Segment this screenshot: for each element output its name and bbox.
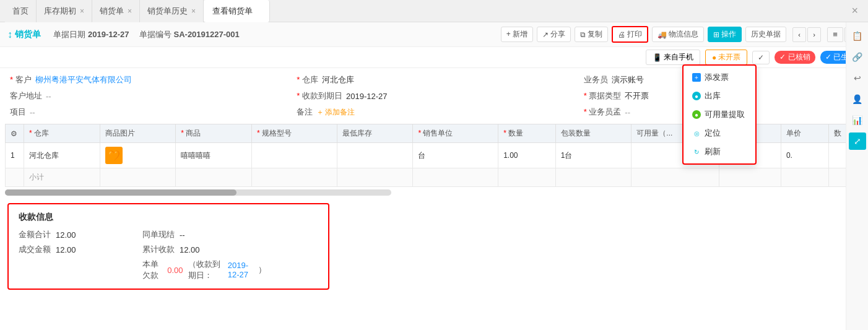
tab-inventory[interactable]: 库存期初 × — [37, 0, 92, 22]
available-qty-label: 可用量提取 — [705, 109, 745, 120]
payment-info: 收款信息 金额合计 12.00 同单现结 -- 成交金额 12.00 累计收款 … — [7, 203, 329, 290]
tab-sales-history-label: 销货单历史 — [147, 6, 188, 17]
project-row: 项目 -- — [10, 106, 284, 118]
history-button[interactable]: 历史单据 — [745, 27, 786, 42]
outbound-item[interactable]: ● 出库 — [684, 87, 755, 105]
position-item[interactable]: ◎ 定位 — [684, 124, 755, 142]
th-sales-unit: 销售单位 — [413, 124, 498, 143]
sidebar-copy-icon[interactable]: 📋 — [849, 27, 866, 45]
tab-home[interactable]: 首页 — [5, 0, 37, 22]
th-settings[interactable]: ⚙ — [6, 124, 24, 143]
same-order-label: 同单现结 — [142, 229, 175, 240]
sidebar-chart-icon[interactable]: 📊 — [849, 111, 866, 129]
th-spec: 规格型号 — [251, 124, 337, 143]
customer-value[interactable]: 柳州粤港平安气体有限公司 — [35, 74, 132, 85]
refresh-item[interactable]: ↻ 刷新 — [684, 142, 755, 161]
due-payment-date: 2019-12-27 — [228, 261, 253, 279]
available-qty-item[interactable]: ● 可用量提取 — [684, 105, 755, 124]
staff2-label: 业务员孟 — [584, 106, 622, 118]
cumulative-label: 累计收款 — [142, 244, 175, 255]
th-price: 单价 — [781, 124, 828, 143]
nav-arrows: ‹ › — [792, 27, 821, 42]
operate-button[interactable]: ⊞ 操作 — [708, 27, 742, 42]
row-product: 嘻嘻嘻嘻 — [176, 143, 252, 168]
tab-home-label: 首页 — [12, 6, 28, 17]
tab-sales-history[interactable]: 销货单历史 × — [140, 0, 204, 22]
row-spec — [251, 143, 337, 168]
available-qty-icon: ● — [692, 110, 701, 119]
deal-amount-value: 12.00 — [56, 245, 76, 254]
check-icon-button[interactable]: ✓ — [752, 51, 770, 64]
tab-view-sales[interactable]: 查看销货单 × — [204, 0, 270, 22]
not-open-button[interactable]: ● 未开票 — [705, 50, 747, 65]
sidebar-expand-icon[interactable]: ⤢ — [849, 132, 866, 150]
address-value: -- — [46, 92, 51, 101]
subtotal-label — [6, 168, 24, 187]
doc-actions: + 新增 ↗ 分享 ⧉ 复制 🖨 打印 🚚 物流信息 ⊞ 操作 历 — [501, 26, 861, 43]
th-min-stock: 最低库存 — [337, 124, 413, 143]
copy-button[interactable]: ⧉ 复制 — [575, 27, 608, 42]
cancelled-badge: ✓ 已核销 — [775, 51, 815, 64]
list-view-button[interactable]: ≡ — [827, 27, 843, 42]
print-button[interactable]: 🖨 打印 — [612, 26, 648, 43]
due-date-row: 收款到期日 2019-12-27 — [297, 90, 571, 102]
warehouse-value: 河北仓库 — [322, 74, 354, 85]
logistics-button[interactable]: 🚚 物流信息 — [652, 27, 704, 42]
row-warehouse: 河北仓库 — [24, 143, 100, 168]
payment-title: 收款信息 — [19, 212, 318, 223]
tab-sales-close[interactable]: × — [128, 7, 132, 15]
doc-meta: 单据日期 2019-12-27 单据编号 SA-20191227-001 — [53, 29, 240, 40]
tab-inventory-close[interactable]: × — [80, 7, 84, 15]
subtotal-warehouse: 小计 — [24, 168, 100, 187]
plus-icon: ＋ — [316, 107, 324, 118]
tab-bar: 首页 库存期初 × 销货单 × 销货单历史 × 查看销货单 × × — [0, 0, 868, 22]
th-product-img: 商品图片 — [100, 124, 176, 143]
remark-label: 备注 — [297, 106, 313, 118]
th-product: 商品 — [176, 124, 252, 143]
add-invoice-item[interactable]: + 添发票 — [684, 68, 755, 87]
prev-button[interactable]: ‹ — [792, 27, 806, 42]
row-sales-unit: 台 — [413, 143, 498, 168]
window-close-button[interactable]: × — [846, 4, 863, 17]
warehouse-row: 仓库 河北仓库 — [297, 74, 571, 85]
doc-title-text: 销货单 — [15, 29, 41, 40]
warehouse-label: 仓库 — [297, 74, 318, 85]
add-remark-button[interactable]: ＋ 添加备注 — [316, 107, 355, 118]
cumulative-value: 12.00 — [180, 245, 200, 254]
payment-grid: 金额合计 12.00 同单现结 -- 成交金额 12.00 累计收款 12.00… — [19, 229, 318, 281]
tab-view-sales-close[interactable]: × — [256, 7, 261, 15]
position-label: 定位 — [705, 128, 721, 139]
next-button[interactable]: › — [807, 27, 821, 42]
due-payment-value: 0.00 — [167, 266, 183, 275]
subtotal-price — [781, 168, 828, 187]
subtotal-unit — [413, 168, 498, 187]
scrollbar-thumb[interactable] — [5, 189, 237, 196]
subtotal-avail — [631, 168, 719, 187]
tab-sales[interactable]: 销货单 × — [92, 0, 140, 22]
doc-no-label: 单据编号 SA-20191227-001 — [139, 29, 240, 40]
subtotal-min — [337, 168, 413, 187]
sidebar-link-icon[interactable]: 🔗 — [849, 48, 866, 66]
ticket-type-value: 不开票 — [625, 90, 649, 102]
subtotal-spec — [251, 168, 337, 187]
address-label: 客户地址 — [10, 90, 42, 102]
sidebar-user-icon[interactable]: 👤 — [849, 90, 866, 108]
row-min-stock — [337, 143, 413, 168]
from-phone-button[interactable]: 📱 来自手机 — [646, 50, 700, 65]
row-price: 0. — [781, 143, 828, 168]
th-pack-qty: 包装数量 — [555, 124, 631, 143]
row-no: 1 — [6, 143, 24, 168]
tab-sales-history-close[interactable]: × — [191, 7, 196, 15]
deal-amount-row: 成交金额 12.00 — [19, 244, 142, 255]
doc-header: ↕ 销货单 单据日期 2019-12-27 单据编号 SA-20191227-0… — [0, 22, 868, 47]
product-image-icon: 🧡 — [108, 150, 120, 162]
print-icon: 🖨 — [618, 30, 625, 39]
address-row: 客户地址 -- — [10, 90, 284, 102]
new-button[interactable]: + 新增 — [501, 27, 533, 42]
sidebar-return-icon[interactable]: ↩ — [849, 69, 866, 87]
th-warehouse: 仓库 — [24, 124, 100, 143]
doc-title-icon: ↕ — [7, 29, 12, 40]
share-button[interactable]: ↗ 分享 — [537, 27, 571, 42]
tab-view-sales-label: 查看销货单 — [212, 6, 253, 17]
remark-row: 备注 ＋ 添加备注 — [297, 106, 571, 118]
